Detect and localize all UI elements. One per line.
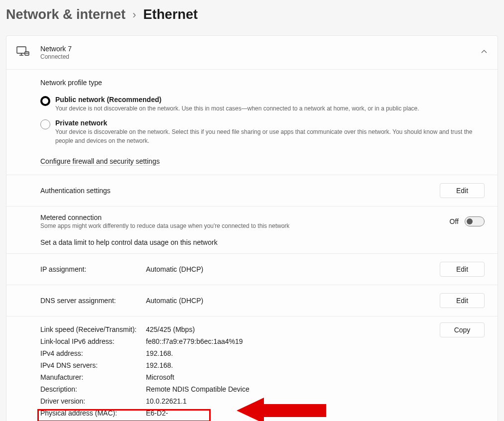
metered-desc: Some apps might work differently to redu… [40, 222, 450, 229]
dns-assignment-row: DNS server assignment: Automatic (DHCP) … [6, 285, 498, 316]
data-limit-link[interactable]: Set a data limit to help control data us… [40, 238, 218, 246]
chevron-right-icon: › [132, 8, 136, 21]
detail-mac-address: Physical address (MAC):E6-D2- [40, 407, 485, 419]
ip-assignment-edit-button[interactable]: Edit [440, 262, 485, 277]
chevron-up-icon[interactable] [481, 48, 488, 57]
profile-type-title: Network profile type [40, 79, 485, 87]
breadcrumb-parent[interactable]: Network & internet [6, 7, 126, 22]
monitor-ethernet-icon [16, 46, 31, 59]
private-network-desc: Your device is discoverable on the netwo… [55, 128, 485, 145]
metered-toggle[interactable] [465, 216, 485, 226]
ip-assignment-row: IP assignment: Automatic (DHCP) Edit [6, 254, 498, 285]
dns-assignment-value: Automatic (DHCP) [146, 297, 440, 305]
public-network-label: Public network (Recommended) [55, 96, 485, 104]
radio-selected-icon [40, 96, 50, 106]
metered-connection-row: Metered connection Some apps might work … [6, 207, 498, 254]
detail-ipv6-link-local: Link-local IPv6 address:fe80::f7a9:e779:… [40, 335, 485, 347]
firewall-settings-link[interactable]: Configure firewall and security settings [40, 157, 160, 166]
detail-description: Description:Remote NDIS Compatible Devic… [40, 383, 485, 395]
toggle-knob-icon [467, 218, 473, 224]
metered-state-text: Off [450, 217, 459, 225]
detail-link-speed: Link speed (Receive/Transmit):425/425 (M… [40, 323, 485, 335]
network-details: Copy Link speed (Receive/Transmit):425/4… [6, 316, 498, 421]
radio-unselected-icon [40, 119, 50, 129]
profile-type-section: Network profile type Public network (Rec… [6, 70, 498, 175]
detail-ipv4-address: IPv4 address:192.168. [40, 347, 485, 359]
radio-public-network[interactable]: Public network (Recommended) Your device… [40, 96, 485, 113]
public-network-desc: Your device is not discoverable on the n… [55, 105, 485, 113]
metered-label: Metered connection [40, 213, 450, 221]
breadcrumb-current: Ethernet [143, 7, 198, 22]
network-name: Network 7 [40, 45, 72, 53]
authentication-edit-button[interactable]: Edit [440, 183, 485, 198]
radio-private-network[interactable]: Private network Your device is discovera… [40, 119, 485, 145]
detail-driver-version: Driver version:10.0.22621.1 [40, 395, 485, 407]
dns-assignment-label: DNS server assignment: [40, 297, 146, 305]
ip-assignment-label: IP assignment: [40, 265, 146, 273]
authentication-row: Authentication settings Edit [6, 175, 498, 207]
dns-assignment-edit-button[interactable]: Edit [440, 293, 485, 308]
private-network-label: Private network [55, 119, 485, 127]
breadcrumb: Network & internet › Ethernet [0, 0, 504, 35]
network-status: Connected [40, 53, 72, 60]
network-header[interactable]: Network 7 Connected [6, 36, 498, 70]
detail-manufacturer: Manufacturer:Microsoft [40, 371, 485, 383]
detail-ipv4-dns: IPv4 DNS servers:192.168. [40, 359, 485, 371]
authentication-label: Authentication settings [40, 187, 440, 195]
ip-assignment-value: Automatic (DHCP) [146, 265, 440, 273]
ethernet-card: Network 7 Connected Network profile type… [6, 35, 498, 421]
copy-button[interactable]: Copy [440, 322, 485, 337]
